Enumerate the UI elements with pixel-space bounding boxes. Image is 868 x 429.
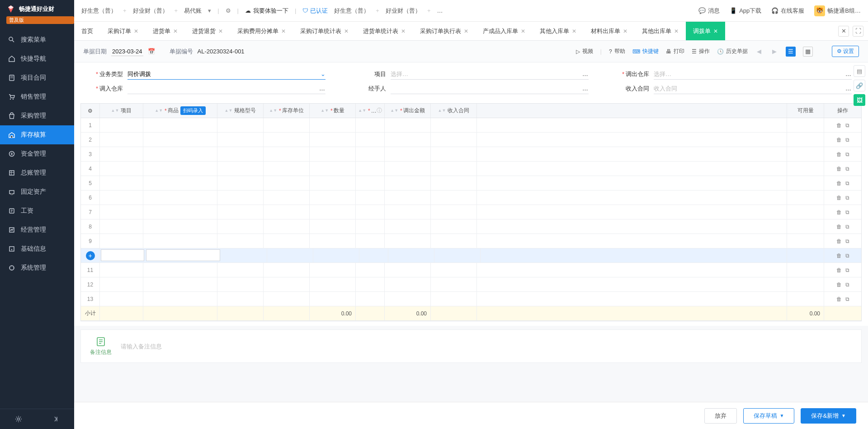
delete-icon[interactable]: 🗑 [835,195,844,201]
sidebar-item-6[interactable]: 资金管理 [0,144,74,163]
sidebar-item-0[interactable]: 搜索菜单 [0,30,74,49]
crumb-1[interactable]: 好生意（普） [81,7,117,15]
delete-icon[interactable]: 🗑 [835,224,844,230]
close-icon[interactable]: ✕ [173,28,178,34]
history-link[interactable]: 🕓历史单据 [717,48,748,55]
sidebar-item-7[interactable]: 总账管理 [0,163,74,182]
table-row[interactable]: 9🗑⧉ [81,234,861,248]
sidebar-item-9[interactable]: 工资 [0,201,74,220]
save-new-button[interactable]: 保存&新增▼ [801,408,856,424]
table-row[interactable]: 4🗑⧉ [81,162,861,176]
copy-icon[interactable]: ⧉ [844,180,851,186]
close-icon[interactable]: ✕ [572,28,576,34]
cell-product-input[interactable] [146,249,220,261]
inwh-input[interactable] [127,85,319,92]
view-list-icon[interactable]: ☰ [786,47,796,57]
sidebar-item-8[interactable]: 固定资产 [0,182,74,201]
sidebar-item-4[interactable]: 采购管理 [0,106,74,125]
table-row[interactable]: 12🗑⧉ [81,277,861,292]
delete-icon[interactable]: 🗑 [835,238,844,244]
sidebar-item-10[interactable]: 经营管理 [0,220,74,239]
crumb2-3[interactable]: … [437,7,443,14]
project-select[interactable]: … [391,69,589,80]
help-link[interactable]: ?帮助 [609,48,625,55]
close-icon[interactable]: ✕ [134,28,138,34]
handler-input[interactable] [391,85,582,92]
copy-icon[interactable]: ⧉ [844,238,851,244]
more-icon[interactable]: … [845,71,852,77]
col-settings[interactable]: ⚙ [81,104,100,118]
delete-icon[interactable]: 🗑 [835,122,844,129]
gear-icon[interactable]: ⚙ [226,7,231,14]
outwh-select[interactable]: … [654,69,852,80]
delete-icon[interactable]: 🗑 [835,137,844,143]
delete-icon[interactable]: 🗑 [835,151,844,157]
sidebar-item-5[interactable]: 库存核算 [0,125,74,144]
tab-7[interactable]: 采购订单执行表✕ [413,22,476,40]
expand-icon[interactable]: ⛶ [853,26,863,37]
info-icon[interactable]: ⓘ [377,107,382,114]
scan-badge[interactable]: 扫码录入 [180,106,206,115]
table-row[interactable]: +🗑⧉ [81,248,861,263]
col-product[interactable]: ▲▼*商品扫码录入 [143,104,217,118]
tab-11[interactable]: 其他出库单✕ [635,22,686,40]
tab-3[interactable]: 进货退货✕ [185,22,230,40]
table-row[interactable]: 2🗑⧉ [81,133,861,147]
table-row[interactable]: 1🗑⧉ [81,118,861,133]
copy-icon[interactable]: ⧉ [844,137,851,143]
copy-icon[interactable]: ⧉ [844,166,851,172]
sidebar-item-12[interactable]: 系统管理 [0,258,74,277]
chevron-down-icon[interactable]: ▾ [208,7,211,14]
app-download-link[interactable]: 📱App下载 [730,7,761,15]
more-icon[interactable]: … [582,85,589,92]
settings-icon[interactable] [15,415,22,423]
col-spec[interactable]: ▲▼规格型号 [217,104,264,118]
rail-attach-icon[interactable]: 🔗 [854,80,865,91]
delete-icon[interactable]: 🗑 [835,267,844,273]
tab-5[interactable]: 采购订单统计表✕ [293,22,356,40]
biztype-select[interactable]: ⌄ [127,69,326,80]
delete-icon[interactable]: 🗑 [835,296,844,302]
rail-doc-icon[interactable]: ▤ [854,65,865,77]
table-row[interactable]: 8🗑⧉ [81,219,861,234]
col-project[interactable]: ▲▼项目 [100,104,143,118]
copy-icon[interactable]: ⧉ [844,122,851,129]
close-icon[interactable]: ✕ [281,28,286,34]
collapse-icon[interactable] [52,415,59,423]
cell-project-input[interactable] [101,249,144,261]
tab-9[interactable]: 其他入库单✕ [533,22,584,40]
income-input[interactable] [654,85,845,92]
prev-doc-icon[interactable]: ◀ [755,48,763,55]
tab-12[interactable]: 调拨单✕ [686,22,725,40]
col-extra[interactable]: ▲▼*… ⓘ [356,104,385,118]
settings-button[interactable]: ⚙ 设置 [832,46,859,57]
copy-icon[interactable]: ⧉ [844,195,851,201]
delete-icon[interactable]: 🗑 [835,253,844,259]
table-row[interactable]: 7🗑⧉ [81,205,861,219]
crumb2-1[interactable]: 好生意（普） [334,7,369,15]
discard-button[interactable]: 放弃 [704,408,737,424]
tab-6[interactable]: 进货单统计表✕ [356,22,413,40]
copy-icon[interactable]: ⧉ [844,151,851,157]
col-qty[interactable]: ▲▼*数量 [310,104,356,118]
close-icon[interactable]: ✕ [464,28,468,34]
table-row[interactable]: 5🗑⧉ [81,176,861,191]
delete-icon[interactable]: 🗑 [835,209,844,215]
rail-image-icon[interactable]: 🖼 [854,94,865,106]
support-link[interactable]: 🎧在线客服 [771,7,804,15]
table-row[interactable]: 11🗑⧉ [81,263,861,277]
close-icon[interactable]: ✕ [521,28,525,34]
table-row[interactable]: 13🗑⧉ [81,292,861,306]
copy-icon[interactable]: ⧉ [844,296,851,302]
shortcut-link[interactable]: ⌨快捷键 [632,48,659,55]
delete-icon[interactable]: 🗑 [835,281,844,288]
close-icon[interactable]: ✕ [623,28,627,34]
actions-link[interactable]: ☰操作 [692,48,710,55]
col-outamt[interactable]: ▲▼*调出金额 [385,104,431,118]
sidebar-item-1[interactable]: 快捷导航 [0,49,74,68]
crumb2-2[interactable]: 好业财（普） [386,7,421,15]
copy-icon[interactable]: ⧉ [844,267,851,273]
calendar-icon[interactable]: 📅 [148,48,155,55]
table-row[interactable]: 6🗑⧉ [81,191,861,205]
sidebar-item-3[interactable]: 销售管理 [0,87,74,106]
